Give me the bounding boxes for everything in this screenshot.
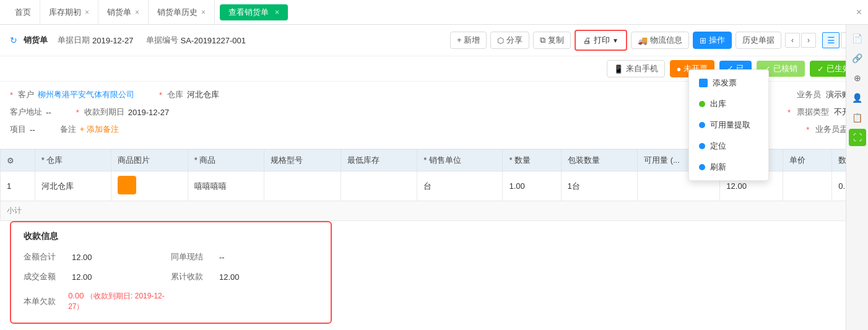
effective-icon: ✓ [817,64,824,74]
warehouse-out-item[interactable]: 出库 [689,93,768,115]
same-order-value: -- [219,253,225,262]
tab-view-sales[interactable]: 查看销货单 × [220,4,288,20]
tab-view-sales-close[interactable]: × [275,7,280,17]
customer-value[interactable]: 柳州粤港平安气体有限公司 [38,89,134,100]
row-sales-unit: 台 [417,172,503,201]
share-button[interactable]: ⬡ 分享 [490,32,529,49]
next-button[interactable]: › [801,33,816,48]
locate-item[interactable]: 定位 [689,136,768,157]
current-arrears-row: 本单欠款 0.00 （收款到期日: 2019-12-27） [24,289,171,314]
sidebar-icon-5[interactable]: 📋 [849,109,866,126]
subtotal-row: 小计 [1,201,868,221]
doc-icon: ↻ [10,35,17,45]
same-order-label: 同单现结 [171,251,214,263]
sidebar-icon-3[interactable]: ⊕ [849,69,866,87]
customer-field: * 客户 柳州粤港平安气体有限公司 [10,89,134,100]
tab-sales-history-close[interactable]: × [201,8,206,17]
payment-title: 收款信息 [24,231,318,242]
warehouse-out-label: 出库 [710,98,726,110]
col-sales-unit: * 销售单位 [417,150,503,172]
grid-icon: ⊞ [700,36,706,45]
operation-dropdown: 添发票 出库 可用量提取 定位 刷新 [688,69,769,181]
col-quantity: * 数量 [503,150,561,172]
col-settings[interactable]: ⚙ [1,150,35,172]
address-field: 客户地址 -- [10,106,51,118]
history-button[interactable]: 历史单据 [736,32,781,49]
operation-button[interactable]: ⊞ 操作 [693,32,732,49]
subtotal-label: 小计 [1,201,868,221]
window-close-icon[interactable]: × [856,7,862,18]
col-min-stock: 最低库存 [341,150,417,172]
available-qty-item[interactable]: 可用量提取 [689,115,768,136]
product-thumbnail [118,176,136,194]
toolbar: + 新增 ⬡ 分享 ⧉ 复制 🖨 打印 ▼ 🚚 物流信息 ⊞ [450,30,858,51]
col-warehouse: * 仓库 [35,150,111,172]
available-qty-label: 可用量提取 [710,119,750,131]
total-amount-label: 金额合计 [24,251,67,263]
row-product-img [111,172,188,201]
right-sidebar: 📄 🔗 ⊕ 👤 📋 ⛶ [846,25,868,330]
doc-header: ↻ 销货单 单据日期 2019-12-27 单据编号 SA-20191227-0… [0,25,868,56]
col-spec: 规格型号 [264,150,341,172]
warehouse-value: 河北仓库 [187,89,219,100]
doc-type-label: 销货单 [24,35,48,46]
doc-icon-label: ↻ 销货单 [10,35,48,46]
new-button[interactable]: + 新增 [450,32,487,49]
phone-icon: 📱 [614,64,623,74]
sidebar-icon-2[interactable]: 🔗 [849,50,866,67]
row-pack-qty: 1台 [561,172,637,201]
cumulative-receipt-value: 12.00 [219,272,240,282]
col-product: * 商品 [188,150,264,172]
current-arrears-value: 0.00 （收款到期日: 2019-12-27） [68,291,171,312]
warehouse-field: * 仓库 河北仓库 [159,89,219,100]
refresh-icon [699,164,705,170]
list-view-button[interactable]: ☰ [822,32,840,48]
date-label: 单据日期 [58,35,90,46]
col-unit-price: 单价 [783,150,832,172]
print-button[interactable]: 🖨 打印 ▼ [577,32,625,48]
copy-button[interactable]: ⧉ 复制 [533,32,571,49]
tab-bar: 首页 库存期初 × 销货单 × 销货单历史 × 查看销货单 × × [0,0,868,25]
refresh-label: 刷新 [710,162,726,173]
tab-home[interactable]: 首页 [6,0,40,24]
prev-button[interactable]: ‹ [785,33,800,48]
row-product: 嘻嘻嘻嘻 [188,172,264,201]
tab-sales-close[interactable]: × [135,8,139,17]
main-content: ↻ 销货单 单据日期 2019-12-27 单据编号 SA-20191227-0… [0,25,868,330]
print-highlight-box: 🖨 打印 ▼ [575,30,627,51]
warehouse-out-icon [699,101,705,107]
cumulative-receipt-label: 累计收款 [171,271,214,282]
sidebar-icon-4[interactable]: 👤 [849,89,866,106]
locate-icon [699,143,705,149]
row-warehouse: 河北仓库 [35,172,111,201]
note-field: 备注 + 添加备注 [60,124,119,135]
tab-sales-history[interactable]: 销货单历史 × [149,0,215,24]
refresh-item[interactable]: 刷新 [689,157,768,178]
payment-box: 收款信息 金额合计 12.00 同单现结 -- 成交金额 12.00 累计收款 … [10,221,332,324]
add-note-button[interactable]: + 添加备注 [80,124,119,135]
settings-icon: ⚙ [7,156,14,165]
same-order-row: 同单现结 -- [171,250,318,264]
tab-sales[interactable]: 销货单 × [98,0,149,24]
total-amount-row: 金额合计 12.00 [24,250,171,264]
row-quantity: 1.00 [503,172,561,201]
sidebar-icon-1[interactable]: 📄 [849,30,866,47]
available-qty-icon [699,122,705,128]
row-min-stock [341,172,417,201]
from-phone-button[interactable]: 📱 来自手机 [607,60,665,77]
row-unit-price [783,172,832,201]
print-icon: 🖨 [583,36,591,45]
due-date-value: 2019-12-27 [128,108,170,117]
current-arrears-label: 本单欠款 [24,296,63,307]
add-invoice-label: 添发票 [713,77,737,89]
logistics-button[interactable]: 🚚 物流信息 [631,32,689,49]
ticket-icon: ● [677,64,682,74]
invoice-icon [699,79,708,87]
number-value: SA-20191227-001 [181,36,246,45]
tab-inventory[interactable]: 库存期初 × [40,0,98,24]
col-product-img: 商品图片 [111,150,188,172]
doc-title-area: ↻ 销货单 单据日期 2019-12-27 单据编号 SA-20191227-0… [10,35,450,46]
add-invoice-item[interactable]: 添发票 [689,72,768,93]
tab-inventory-close[interactable]: × [85,8,89,17]
sidebar-icon-expand[interactable]: ⛶ [849,129,866,146]
